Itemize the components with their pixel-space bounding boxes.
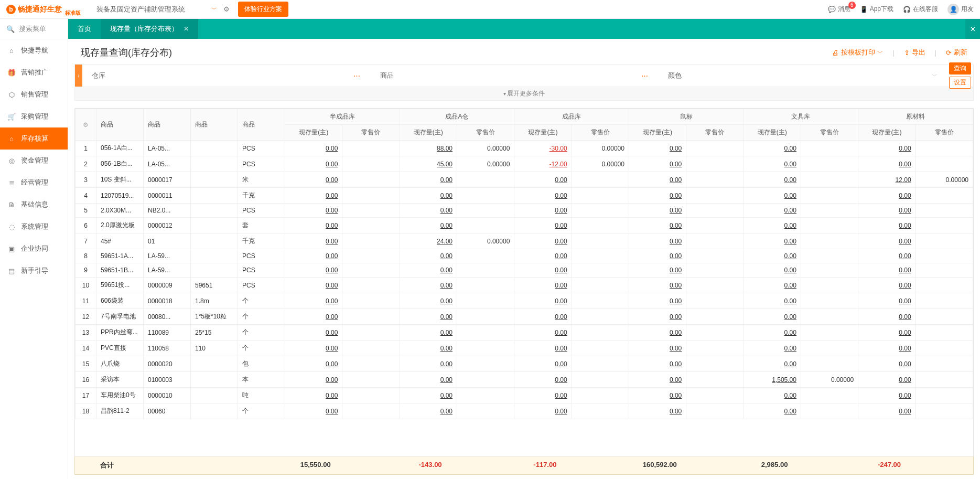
sidebar-item-10[interactable]: ▤新手引导 [0, 260, 68, 282]
qty-cell[interactable]: 0.00 [514, 340, 572, 356]
qty-cell[interactable]: 0.00 [629, 156, 686, 172]
qty-cell[interactable]: 0.00 [858, 372, 916, 388]
table-row[interactable]: 1059651投...000000959651PCS0.000.000.000.… [76, 278, 973, 293]
qty-cell[interactable]: 0.00 [514, 356, 572, 372]
qty-cell[interactable]: 0.00 [400, 263, 457, 278]
qty-cell[interactable]: 0.00 [285, 403, 342, 419]
table-row[interactable]: 17车用柴油0号0000010吨0.000.000.000.000.000.00 [76, 388, 973, 403]
qty-cell[interactable]: 0.00 [514, 372, 572, 388]
qty-cell[interactable]: 0.00 [514, 278, 572, 293]
qty-cell[interactable]: 0.00 [744, 233, 801, 249]
qty-cell[interactable]: 0.00 [629, 172, 686, 188]
query-button[interactable]: 查询 [949, 62, 971, 74]
qty-cell[interactable]: 0.00 [858, 249, 916, 263]
close-all-tabs[interactable]: ✕ [965, 19, 980, 39]
gear-icon[interactable]: ⚙ [223, 5, 230, 13]
sidebar-item-0[interactable]: ⌂快捷导航 [0, 39, 68, 61]
sidebar-item-3[interactable]: 🛒采购管理 [0, 105, 68, 127]
qty-cell[interactable]: 0.00 [285, 263, 342, 278]
expand-filters[interactable]: 展开更多条件 [74, 87, 974, 101]
qty-cell[interactable]: 0.00 [744, 309, 801, 325]
qty-cell[interactable]: 0.00 [285, 372, 342, 388]
qty-cell[interactable]: 0.00 [744, 188, 801, 204]
qty-cell[interactable]: 0.00 [285, 249, 342, 263]
qty-cell[interactable]: 0.00 [629, 325, 686, 340]
qty-cell[interactable]: 0.00 [744, 278, 801, 293]
qty-cell[interactable]: 0.00 [744, 204, 801, 218]
table-row[interactable]: 1056-1A白...LA-05...PCS0.0088.000.00000-3… [76, 141, 973, 156]
qty-cell[interactable]: 0.00 [629, 263, 686, 278]
sidebar-item-7[interactable]: 🗎基础信息 [0, 194, 68, 216]
qty-cell[interactable]: 0.00 [285, 172, 342, 188]
qty-cell[interactable]: 0.00 [514, 325, 572, 340]
print-action[interactable]: 🖨按模板打印 ﹀ [832, 48, 883, 57]
qty-cell[interactable]: 0.00 [285, 340, 342, 356]
qty-cell[interactable]: 0.00 [400, 278, 457, 293]
qty-cell[interactable]: 0.00 [400, 293, 457, 309]
qty-cell[interactable]: 0.00 [285, 188, 342, 204]
qty-cell[interactable]: 0.00 [629, 141, 686, 156]
qty-cell[interactable]: 0.00 [744, 156, 801, 172]
table-row[interactable]: 13PPR内丝弯...11008925*15个0.000.000.000.000… [76, 325, 973, 340]
support-link[interactable]: 🎧 在线客服 [903, 5, 938, 14]
qty-cell[interactable]: 0.00 [858, 388, 916, 403]
qty-cell[interactable]: 0.00 [285, 309, 342, 325]
qty-cell[interactable]: 0.00 [514, 172, 572, 188]
table-row[interactable]: 127号南孚电池00080...1*5板*10粒个0.000.000.000.0… [76, 309, 973, 325]
qty-cell[interactable]: 0.00 [285, 218, 342, 233]
sidebar-item-9[interactable]: ▣企业协同 [0, 238, 68, 260]
qty-cell[interactable]: 0.00 [400, 188, 457, 204]
qty-cell[interactable]: 0.00 [858, 340, 916, 356]
table-row[interactable]: 14PVC直接110058110个0.000.000.000.000.000.0… [76, 340, 973, 356]
filter-color[interactable]: 颜色 ﹀ [659, 71, 947, 80]
qty-cell[interactable]: 0.00 [514, 293, 572, 309]
table-row[interactable]: 2056-1B白...LA-05...PCS0.0045.000.00000-1… [76, 156, 973, 172]
qty-cell[interactable]: 0.00 [514, 263, 572, 278]
sidebar-item-5[interactable]: ◎资金管理 [0, 150, 68, 172]
qty-cell[interactable]: 0.00 [629, 293, 686, 309]
qty-cell[interactable]: 0.00 [400, 356, 457, 372]
qty-cell[interactable]: 0.00 [629, 356, 686, 372]
qty-cell[interactable]: 0.00 [744, 403, 801, 419]
qty-cell[interactable]: 0.00 [400, 388, 457, 403]
qty-cell[interactable]: 0.00 [629, 403, 686, 419]
qty-cell[interactable]: 0.00 [858, 233, 916, 249]
qty-cell[interactable]: 0.00 [629, 388, 686, 403]
qty-cell[interactable]: 0.00 [629, 188, 686, 204]
qty-cell[interactable]: 0.00 [514, 188, 572, 204]
qty-cell[interactable]: 0.00 [285, 233, 342, 249]
table-row[interactable]: 15八爪烧0000020包0.000.000.000.000.000.00 [76, 356, 973, 372]
qty-cell[interactable]: 0.00 [514, 249, 572, 263]
close-icon[interactable]: ✕ [184, 25, 189, 33]
qty-cell[interactable]: 0.00 [629, 218, 686, 233]
table-row[interactable]: 18昌韵811-200060个0.000.000.000.000.000.00 [76, 403, 973, 419]
qty-cell[interactable]: 0.00 [629, 249, 686, 263]
sidebar-search[interactable]: 🔍 搜索菜单 [0, 19, 68, 39]
qty-cell[interactable]: 0.00 [858, 309, 916, 325]
qty-cell[interactable]: -30.00 [514, 141, 572, 156]
qty-cell[interactable]: 0.00 [858, 141, 916, 156]
qty-cell[interactable]: 0.00 [400, 309, 457, 325]
messages-link[interactable]: 💬 消息 6 [828, 5, 850, 14]
trial-button[interactable]: 体验行业方案 [238, 2, 288, 17]
qty-cell[interactable]: 0.00 [285, 278, 342, 293]
qty-cell[interactable]: 0.00 [514, 309, 572, 325]
qty-cell[interactable]: 0.00 [400, 340, 457, 356]
qty-cell[interactable]: 0.00 [744, 356, 801, 372]
table-row[interactable]: 412070519...0000011千克0.000.000.000.000.0… [76, 188, 973, 204]
table-row[interactable]: 62.0厚激光板0000012套0.000.000.000.000.000.00 [76, 218, 973, 233]
qty-cell[interactable]: 0.00 [858, 156, 916, 172]
qty-cell[interactable]: 0.00 [400, 325, 457, 340]
qty-cell[interactable]: 0.00 [285, 141, 342, 156]
qty-cell[interactable]: 0.00 [744, 249, 801, 263]
qty-cell[interactable]: 0.00 [744, 141, 801, 156]
qty-cell[interactable]: 0.00 [400, 403, 457, 419]
qty-cell[interactable]: 12.00 [858, 172, 916, 188]
gear-icon[interactable]: ⚙ [76, 109, 96, 141]
qty-cell[interactable]: 0.00 [744, 218, 801, 233]
qty-cell[interactable]: 0.00 [285, 293, 342, 309]
qty-cell[interactable]: 0.00 [858, 293, 916, 309]
qty-cell[interactable]: 0.00 [629, 278, 686, 293]
filter-warehouse[interactable]: 仓库 ⋯ [82, 71, 371, 80]
sidebar-item-6[interactable]: ≣经营管理 [0, 172, 68, 194]
